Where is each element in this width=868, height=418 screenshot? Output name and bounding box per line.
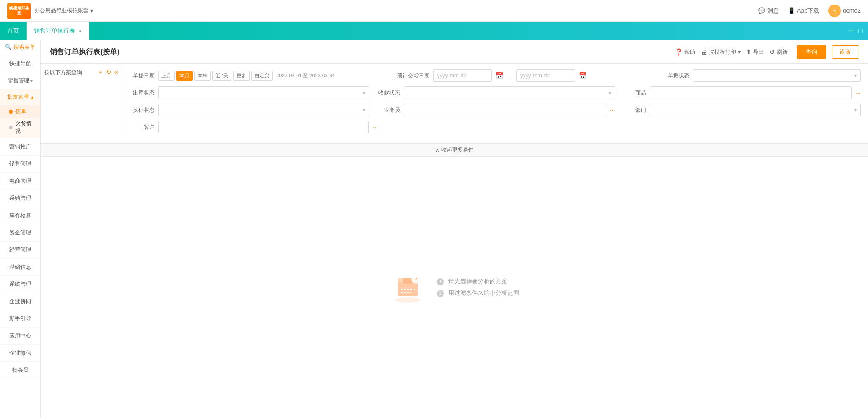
date-label: 单据日期 [129,72,155,80]
query-button-group: 查询 [797,45,826,59]
exec-status-select[interactable]: ▾ [158,104,369,116]
collection-status-select[interactable]: ▾ [404,86,615,99]
sidebar-item-operations[interactable]: 经营管理 [0,242,40,259]
sidebar-item-newbie[interactable]: 新手引导 [0,310,40,328]
sidebar-item-purchase[interactable]: 采购管理 [0,190,40,207]
refresh-scheme-icon[interactable]: ↻ [106,68,112,76]
salesperson-input[interactable] [404,104,606,116]
set-button[interactable]: 设置 [832,45,859,59]
sidebar-item-app-center-label: 应用中心 [9,332,31,339]
customer-ellipsis-icon[interactable]: ··· [373,124,378,131]
date-btn-7days[interactable]: 近7天 [212,71,231,81]
sidebar-item-quick-nav-label: 快捷导航 [9,60,31,66]
date-btn-last-month[interactable]: 上月 [158,71,175,81]
sidebar-item-wholesale[interactable]: 批发管理 ▴ [0,90,40,104]
message-action[interactable]: 💬 消息 [758,7,779,15]
salesperson-label: 业务员 [375,106,400,114]
user-avatar-action[interactable]: E demo2 [828,5,861,17]
sidebar-sub-item-按单[interactable]: 按单 [0,105,40,118]
page-actions: ❓ 帮助 🖨 按模板打印 ▾ ⬆ 导出 ↺ 刷新 [675,45,859,59]
delivery-status-select[interactable]: ▾ [158,86,369,99]
sidebar-item-app-center[interactable]: 应用中心 [0,328,40,345]
exec-status-label: 执行状态 [129,106,155,114]
add-scheme-icon[interactable]: ＋ [97,68,104,76]
customer-label: 客户 [129,124,155,131]
goods-input[interactable] [650,86,852,99]
message-icon: 💬 [758,7,765,14]
page-title: 销售订单执行表(按单) [50,48,120,57]
filter-panel: 按以下方案查询 ＋ ↻ « 单据日期 上月 [41,64,868,143]
filter-group-delivery-status: 出库状态 ▾ [129,86,369,99]
top-bar-left: 畅捷通好生意 办公用品行业模拟账套 ▾ [7,3,93,19]
date-btn-custom[interactable]: 自定义 [251,71,273,81]
breadcrumb-dropdown[interactable]: 办公用品行业模拟账套 ▾ [34,7,93,14]
sidebar-item-marketing[interactable]: 营销推广 [0,138,40,156]
date-btn-this-year[interactable]: 本年 [194,71,211,81]
collection-chevron-icon: ▾ [609,90,611,95]
collapse-bar[interactable]: ∧ 收起更多条件 [41,143,868,157]
sidebar-item-member-label: 畅会员 [12,367,28,373]
date-btn-more[interactable]: 更多 [233,71,250,81]
salesperson-ellipsis-icon[interactable]: ··· [610,106,615,114]
sidebar-item-wechat[interactable]: 企业微信 [0,345,40,362]
sidebar: 🔍 搜索菜单 快捷导航 零售管理 ▾ 批发管理 ▴ 按单 欠货情况 营销推广 [0,40,41,418]
empty-illustration: ✓ [390,269,426,305]
status-chevron-icon: ▾ [854,73,857,78]
calendar-end-icon[interactable]: 📅 [579,72,586,79]
sidebar-item-basic-info[interactable]: 基础信息 [0,259,40,276]
sidebar-item-retail[interactable]: 零售管理 ▾ [0,72,40,90]
chevron-down-icon: ▾ [30,78,33,83]
tab-close-icon[interactable]: × [79,28,81,33]
svg-point-0 [395,297,420,303]
goods-ellipsis-icon[interactable]: ··· [855,89,861,96]
collapse-up-icon: ∧ [435,147,439,153]
tab-bar: 首页 销售订单执行表 × ─ □ [0,22,868,40]
sidebar-item-ecommerce-label: 电商管理 [9,178,31,184]
collapse-label: 收起更多条件 [441,146,474,154]
dept-label: 部门 [621,106,646,114]
tab-maximize-icon[interactable]: □ [858,27,863,35]
sidebar-item-marketing-label: 营销推广 [9,143,31,150]
sidebar-item-enterprise[interactable]: 企业协同 [0,293,40,310]
expected-date-start-input[interactable] [433,69,492,82]
empty-tip-1: 1 请先选择要分析的方案 [437,276,519,287]
sidebar-item-ecommerce[interactable]: 电商管理 [0,173,40,190]
sidebar-search[interactable]: 🔍 搜索菜单 [0,40,40,55]
sidebar-item-inventory[interactable]: 库存核算 [0,207,40,224]
sidebar-item-system[interactable]: 系统管理 [0,276,40,293]
help-button[interactable]: ❓ 帮助 [675,48,695,56]
customer-input[interactable] [158,121,369,133]
export-label: 导出 [753,48,764,56]
sidebar-item-quick-nav[interactable]: 快捷导航 [0,55,40,72]
template-print-button[interactable]: 🖨 按模板打印 ▾ [701,48,741,56]
status-select[interactable]: ▾ [693,69,861,82]
sidebar-item-sales[interactable]: 销售管理 [0,156,40,173]
tab-home[interactable]: 首页 [0,22,27,40]
tab-sales-order[interactable]: 销售订单执行表 × [27,22,89,40]
app-download-action[interactable]: 📱 App下载 [788,7,819,15]
top-bar-right: 💬 消息 📱 App下载 E demo2 [758,5,861,17]
sidebar-sub-label-欠货情况: 欠货情况 [15,120,37,135]
sidebar-item-newbie-label: 新手引导 [9,315,31,322]
expected-date-end-input[interactable] [516,69,575,82]
date-btn-this-month[interactable]: 本月 [176,71,193,81]
tab-home-label: 首页 [7,27,19,35]
sidebar-item-sales-label: 销售管理 [9,161,31,167]
refresh-icon: ↺ [769,48,775,56]
collapse-scheme-icon[interactable]: « [114,68,118,76]
filter-group-status: 单据状态 ▾ [664,69,861,82]
sidebar-item-member[interactable]: 畅会员 [0,362,40,379]
export-button[interactable]: ⬆ 导出 [746,48,764,56]
svg-text:✓: ✓ [414,276,418,282]
query-button[interactable]: 查询 [797,45,826,59]
filter-group-collection-status: 收款状态 ▾ [375,86,615,99]
refresh-button[interactable]: ↺ 刷新 [769,48,788,56]
tab-minimize-icon[interactable]: ─ [849,27,854,35]
filter-scheme-label: 按以下方案查询 [44,69,82,76]
sidebar-sub-item-欠货情况[interactable]: 欠货情况 [0,118,40,138]
sidebar-item-finance[interactable]: 资金管理 [0,224,40,242]
dept-select[interactable]: ▾ [650,104,861,116]
calendar-start-icon[interactable]: 📅 [495,72,503,79]
tab-bar-actions: ─ □ [849,27,868,35]
goods-label: 商品 [621,89,646,97]
